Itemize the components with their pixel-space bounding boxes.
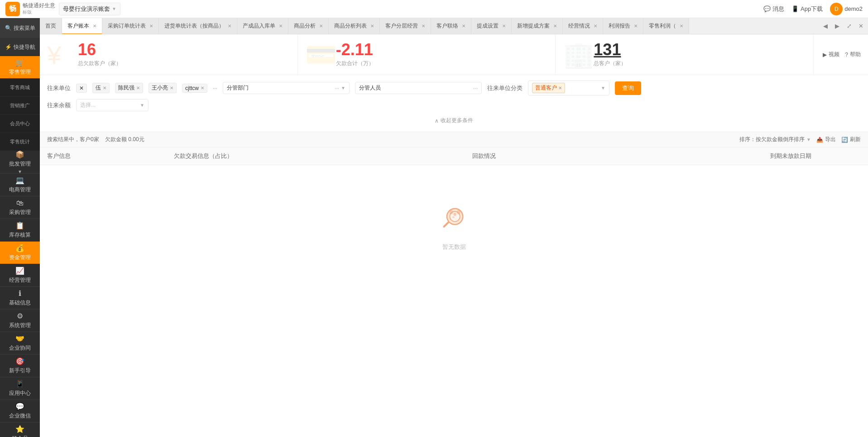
tab-new-raise-plan[interactable]: 新增提成方案 ✕ xyxy=(512,18,563,34)
user-menu[interactable]: D demo2 xyxy=(830,3,863,15)
tab-product-analysis[interactable]: 商品分析 ✕ xyxy=(288,18,329,34)
tab-product-analysis-close[interactable]: ✕ xyxy=(319,24,323,28)
sidebar-item-vip-member[interactable]: ⭐ 畅会员 xyxy=(0,423,40,437)
tabs-scroll-right[interactable]: ▶ xyxy=(832,21,843,32)
app-download-btn[interactable]: 📱 App下载 xyxy=(791,5,823,13)
tab-instock-stats[interactable]: 进货单统计表（按商品） ✕ xyxy=(159,18,237,34)
tab-raise-settings[interactable]: 提成设置 ✕ xyxy=(471,18,512,34)
collapse-btn[interactable]: ∧ 收起更多条件 xyxy=(433,115,475,126)
sort-btn[interactable]: 排序：按欠款金额倒序排序 ▼ xyxy=(739,136,811,143)
inventory-icon: 📋 xyxy=(15,221,24,230)
filter-person-select[interactable]: 分管人员 ··· xyxy=(355,82,482,94)
tab-operation-status-close[interactable]: ✕ xyxy=(594,24,597,28)
tab-customer-account[interactable]: 客户账本 ✕ xyxy=(62,18,102,34)
tab-raise-settings-close[interactable]: ✕ xyxy=(502,24,506,28)
sidebar-quick-nav-btn[interactable]: ⚡ 快捷导航 xyxy=(0,38,40,56)
message-btn[interactable]: 💬 消息 xyxy=(763,5,784,13)
filter-unit-type-tag[interactable]: 普通客户 ✕ xyxy=(532,83,565,93)
filter-balance-select[interactable]: 选择... ▼ xyxy=(76,99,149,111)
tab-customer-contact[interactable]: 客户联络 ✕ xyxy=(431,18,471,34)
filter-tag-wang-close[interactable]: ✕ xyxy=(170,86,173,90)
sidebar-item-inventory-label: 库存核算 xyxy=(9,231,31,239)
tabs-scroll-left[interactable]: ◀ xyxy=(820,21,831,32)
filter-tag-wang[interactable]: 王小亮 ✕ xyxy=(149,83,177,93)
svg-point-6 xyxy=(449,210,453,214)
sidebar-sub-item-member[interactable]: 会员中心 xyxy=(0,115,40,133)
sidebar-item-wholesale[interactable]: 📦 批发管理 ▼ xyxy=(0,151,40,174)
sidebar-item-finance[interactable]: 💰 资金管理 xyxy=(0,242,40,264)
filter-tag-wu-close[interactable]: ✕ xyxy=(103,86,106,90)
filter-tag-wu[interactable]: 伍 ✕ xyxy=(92,83,110,93)
sidebar-item-operations[interactable]: 📈 经营管理 xyxy=(0,264,40,287)
tab-cost-stock[interactable]: 产成品入库单 ✕ xyxy=(237,18,288,34)
logo-text: 畅捷通好生意 xyxy=(23,2,55,9)
sidebar-item-retail-label: 零售管理 xyxy=(9,68,31,76)
sidebar-item-basic-info[interactable]: ℹ 基础信息 xyxy=(0,287,40,309)
tab-customer-segment-close[interactable]: ✕ xyxy=(422,24,425,28)
filter-unit-type-close[interactable]: ✕ xyxy=(558,86,562,90)
tab-product-analysis-list-close[interactable]: ✕ xyxy=(370,24,374,28)
filter-tag-cjttcw-close[interactable]: ✕ xyxy=(201,86,204,90)
tab-customer-contact-close[interactable]: ✕ xyxy=(462,24,465,28)
sidebar-item-ecommerce[interactable]: 💻 电商管理 xyxy=(0,174,40,196)
tab-customer-segment[interactable]: 客户分层经营 ✕ xyxy=(380,18,431,34)
tabs-expand[interactable]: ⤢ xyxy=(844,21,854,32)
sidebar-item-enterprise-wechat[interactable]: 💬 企业微信 xyxy=(0,400,40,423)
sidebar-item-system[interactable]: ⚙ 系统管理 xyxy=(0,309,40,332)
stat-customers2-value: 131 xyxy=(594,42,802,58)
tab-customer-contact-label: 客户联络 xyxy=(436,22,458,30)
sidebar-item-retail-mgmt[interactable]: 🛒 零售管理 xyxy=(0,56,40,79)
sidebar-item-operations-label: 经营管理 xyxy=(9,276,31,284)
filter-tag-cjttcw[interactable]: cjttcw ✕ xyxy=(182,84,207,93)
sidebar-item-inventory[interactable]: 📋 库存核算 xyxy=(0,219,40,242)
empty-state-illustration xyxy=(436,201,472,238)
tab-retail-profit-label: 零售利润（ xyxy=(649,22,676,30)
sort-label: 排序：按欠款金额倒序排序 xyxy=(739,136,805,143)
sidebar-item-new-guide[interactable]: 🎯 新手引导 xyxy=(0,355,40,377)
filter-row-1: 往来单位 ✕ 伍 ✕ 陈民强 ✕ 王小亮 ✕ cjttcw ✕ ··· xyxy=(47,81,861,95)
filter-dept-chevron-icon: ▼ xyxy=(341,86,345,90)
tab-product-analysis-list[interactable]: 商品分析列表 ✕ xyxy=(329,18,380,34)
query-btn[interactable]: 查询 xyxy=(615,81,641,95)
tab-home[interactable]: 首页 xyxy=(40,18,62,34)
industry-selector[interactable]: 母婴行业演示账套 ▼ xyxy=(59,3,120,15)
stats-header: ¥ 16 总欠款客户（家） 💳 -2.11 欠款合计（万） 🏢 131 总客户（… xyxy=(40,34,868,75)
export-btn[interactable]: 📤 导出 xyxy=(816,136,836,143)
tabs-close-all[interactable]: ✕ xyxy=(855,21,866,32)
tab-instock-stats-close[interactable]: ✕ xyxy=(228,24,231,28)
tab-customer-account-close[interactable]: ✕ xyxy=(93,24,96,28)
sidebar-sub-item-stats[interactable]: 零售统计 xyxy=(0,133,40,151)
result-debt-amount: 欠款金额 0.00元 xyxy=(105,136,144,142)
tab-purchase-order[interactable]: 采购订单统计表 ✕ xyxy=(102,18,159,34)
refresh-btn[interactable]: 🔄 刷新 xyxy=(841,136,861,143)
sidebar-search-btn[interactable]: 🔍 搜索菜单 xyxy=(0,18,40,38)
sidebar-sub-item-mall[interactable]: 零售商城 xyxy=(0,79,40,97)
tab-profit-report-close[interactable]: ✕ xyxy=(634,24,638,28)
filter-collapse-row: ∧ 收起更多条件 xyxy=(47,115,861,126)
sidebar-item-enterprise-coop[interactable]: 🤝 企业协同 xyxy=(0,332,40,355)
filter-unit-type-select[interactable]: 普通客户 ✕ ▼ xyxy=(528,81,609,95)
filter-tags-more[interactable]: ··· xyxy=(213,85,217,91)
filter-tag-chen-close[interactable]: ✕ xyxy=(136,86,140,90)
sidebar-item-app-center[interactable]: 📱 应用中心 xyxy=(0,377,40,400)
tab-operation-status[interactable]: 经营情况 ✕ xyxy=(563,18,603,34)
stat-debt-total: 💳 -2.11 欠款合计（万） xyxy=(298,34,556,75)
sidebar-sub-item-marketing[interactable]: 营销推广 xyxy=(0,97,40,115)
tab-retail-profit[interactable]: 零售利润（ ✕ xyxy=(643,18,689,34)
filter-dept-select[interactable]: 分管部门 ··· ▼ xyxy=(223,82,350,94)
tab-purchase-order-close[interactable]: ✕ xyxy=(149,24,153,28)
help-btn[interactable]: ? 帮助 xyxy=(845,51,861,58)
tab-retail-profit-close[interactable]: ✕ xyxy=(680,24,683,28)
stat-customers-value: 16 xyxy=(78,42,287,58)
nav-icon: ⚡ xyxy=(5,44,12,50)
tab-new-raise-plan-close[interactable]: ✕ xyxy=(553,24,557,28)
svg-point-3 xyxy=(453,213,456,216)
video-btn[interactable]: ▶ 视频 xyxy=(823,51,839,58)
sidebar-item-purchase[interactable]: 🛍 采购管理 xyxy=(0,196,40,219)
video-icon: ▶ xyxy=(823,52,827,58)
tab-cost-stock-close[interactable]: ✕ xyxy=(279,24,283,28)
tab-product-analysis-list-label: 商品分析列表 xyxy=(334,22,367,30)
filter-tag-chen[interactable]: 陈民强 ✕ xyxy=(115,83,143,93)
collapse-label: 收起更多条件 xyxy=(441,117,473,124)
tab-profit-report[interactable]: 利润报告 ✕ xyxy=(603,18,643,34)
